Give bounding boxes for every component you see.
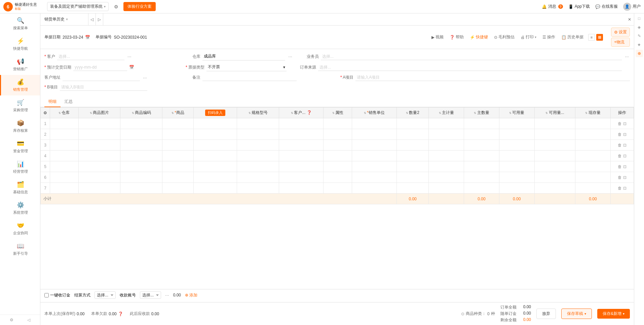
row-main-unit-cell[interactable] [429, 118, 464, 129]
row-attributes-cell[interactable] [324, 140, 352, 151]
row-current-stock-cell[interactable] [575, 183, 611, 194]
row-main-unit-cell[interactable] [429, 129, 464, 140]
add-payment-btn[interactable]: ⊕ 添加 [185, 292, 197, 298]
row-current-stock-cell[interactable] [575, 129, 611, 140]
sidebar-item-marketing[interactable]: 📢营销推广 [0, 54, 40, 75]
row-qty2-cell[interactable] [396, 118, 429, 129]
sidebar-item-inventory[interactable]: 📦库存核算 [0, 116, 40, 136]
rp-btn-5[interactable]: ⊕ [636, 50, 643, 57]
row-spec-cell[interactable] [237, 161, 279, 172]
sidebar-settings-icon[interactable]: ⚙ [10, 318, 13, 322]
row-current-stock-cell[interactable] [575, 172, 611, 183]
row-spec-cell[interactable] [237, 172, 279, 183]
tab-detail[interactable]: 明细 [44, 97, 61, 107]
row-product-code-cell[interactable] [120, 161, 162, 172]
sidebar-collapse-icon[interactable]: ◁ [27, 318, 30, 322]
grid-view-btn[interactable]: ▦ [596, 34, 603, 41]
print-btn[interactable]: 🖨 打印 ▾ [519, 34, 538, 41]
delivery-date-input[interactable] [73, 64, 127, 71]
row-warehouse-cell[interactable] [50, 118, 79, 129]
row-main-unit-cell[interactable] [429, 161, 464, 172]
row-sales-unit-cell[interactable] [352, 172, 396, 183]
payment-method-select[interactable]: 选择... [94, 291, 116, 299]
date-value[interactable]: 2023-03-24 [63, 35, 83, 40]
row-delete-icon[interactable]: 🗑 [618, 186, 622, 191]
order-no-value[interactable]: SO-20230324-001 [114, 35, 147, 40]
tab-prev-btn[interactable]: ◁ [88, 13, 96, 26]
customer-address-input[interactable] [63, 74, 140, 81]
row-main-qty-cell[interactable] [464, 140, 499, 151]
settings-gear-icon[interactable]: ⚙ [111, 2, 121, 11]
row-available-cell[interactable] [499, 183, 534, 194]
row-attributes-cell[interactable] [324, 183, 352, 194]
row-product-cell[interactable] [162, 172, 193, 183]
tab-close-sales-return-history[interactable]: × [66, 17, 68, 21]
settings-action-btn[interactable]: ⚙ 设置 [611, 28, 630, 37]
sidebar-item-guide[interactable]: 📖新手引导 [0, 239, 40, 259]
row-product-code-cell[interactable] [120, 140, 162, 151]
row-main-unit-cell[interactable] [429, 172, 464, 183]
row-product-image-cell[interactable] [78, 161, 120, 172]
app-download-item[interactable]: 📱 App下载 [568, 4, 590, 9]
row-spec-cell[interactable] [237, 129, 279, 140]
account-dots-btn[interactable]: ··· [165, 292, 169, 298]
profit-btn[interactable]: ⊙ 毛利预估 [493, 34, 516, 41]
rp-btn-2[interactable]: ◈ [636, 24, 643, 31]
quick-order-checkbox-label[interactable]: 一键收订金 [44, 292, 70, 298]
row-product-image-cell[interactable] [78, 151, 120, 161]
customer-address-dots-btn[interactable]: ··· [142, 75, 148, 80]
row-warehouse-cell[interactable] [50, 172, 79, 183]
row-attributes-cell[interactable] [324, 172, 352, 183]
row-available2-cell[interactable] [534, 183, 575, 194]
row-product-code-cell[interactable] [120, 151, 162, 161]
row-available-cell[interactable] [499, 161, 534, 172]
user-item[interactable]: 👤 用户 [623, 3, 641, 11]
row-main-unit-cell[interactable] [429, 140, 464, 151]
row-current-stock-cell[interactable] [575, 140, 611, 151]
row-available-cell[interactable] [499, 151, 534, 161]
row-product-code-cell[interactable] [120, 129, 162, 140]
staff-input[interactable] [321, 53, 622, 60]
row-copy-icon[interactable]: ⊡ [623, 175, 627, 180]
tab-next-btn[interactable]: ▷ [96, 13, 103, 26]
row-delete-icon[interactable]: 🗑 [618, 154, 622, 158]
row-current-stock-cell[interactable] [575, 161, 611, 172]
row-main-qty-cell[interactable] [464, 151, 499, 161]
row-available-cell[interactable] [499, 118, 534, 129]
row-product-image-cell[interactable] [78, 118, 120, 129]
sidebar-item-operations[interactable]: 📊经营管理 [0, 157, 40, 177]
save-draft-btn[interactable]: 保存草稿 ▾ [561, 309, 592, 319]
row-customer-code-cell[interactable] [279, 161, 324, 172]
row-available-cell[interactable] [499, 172, 534, 183]
row-available2-cell[interactable] [534, 129, 575, 140]
row-available2-cell[interactable] [534, 118, 575, 129]
row-available2-cell[interactable] [534, 140, 575, 151]
row-customer-code-cell[interactable] [279, 118, 324, 129]
sidebar-item-search[interactable]: 🔍搜索菜单 [0, 13, 40, 34]
row-main-unit-cell[interactable] [429, 151, 464, 161]
row-copy-icon[interactable]: ⊡ [623, 143, 627, 148]
sidebar-item-system[interactable]: ⚙️系统管理 [0, 198, 40, 218]
row-spec-cell[interactable] [237, 183, 279, 194]
th-settings[interactable]: ⚙ [41, 108, 50, 118]
sidebar-item-quicknav[interactable]: ⚡快捷导航 [0, 34, 40, 54]
rp-btn-4[interactable]: ★ [636, 41, 643, 48]
list-view-btn[interactable]: ≡ [588, 34, 595, 41]
row-scan-cell[interactable] [193, 172, 237, 183]
row-sales-unit-cell[interactable] [352, 129, 396, 140]
row-attributes-cell[interactable] [324, 161, 352, 172]
row-customer-code-cell[interactable] [279, 172, 324, 183]
a-project-input[interactable] [355, 74, 630, 81]
online-service-item[interactable]: 💬 在线客服 [595, 4, 618, 9]
row-customer-code-cell[interactable] [279, 151, 324, 161]
row-attributes-cell[interactable] [324, 129, 352, 140]
row-customer-code-cell[interactable] [279, 183, 324, 194]
calendar-icon[interactable]: 📅 [85, 35, 90, 40]
warehouse-value[interactable]: 成品库 [202, 52, 285, 60]
order-source-input[interactable] [318, 64, 622, 71]
preview-btn[interactable]: ▶ 视频 [430, 34, 445, 41]
row-warehouse-cell[interactable] [50, 161, 79, 172]
row-product-code-cell[interactable] [120, 183, 162, 194]
row-scan-cell[interactable] [193, 151, 237, 161]
shortcut-btn[interactable]: ⚡ 快捷键 [468, 34, 489, 41]
